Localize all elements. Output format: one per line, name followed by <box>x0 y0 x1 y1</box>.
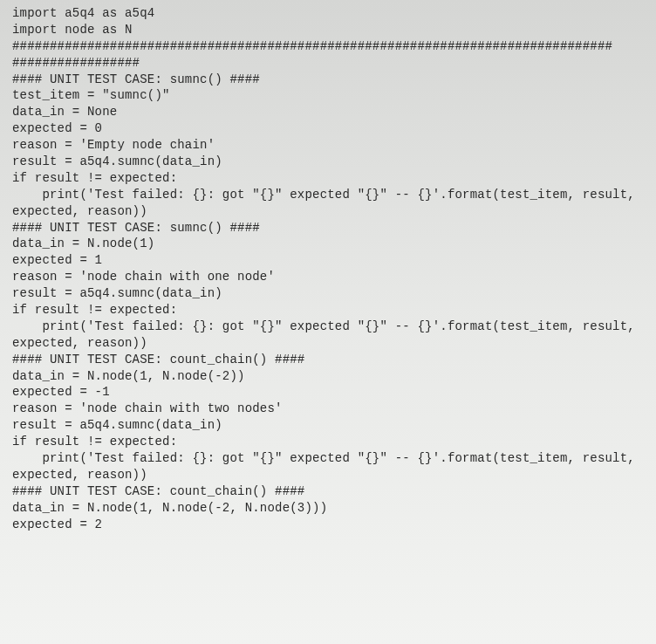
code-line: if result != expected: <box>12 302 644 319</box>
code-line: data_in = None <box>12 104 644 120</box>
code-line: print('Test failed: {}: got "{}" expecte… <box>12 319 644 335</box>
code-line: #### UNIT TEST CASE: sumnc() #### <box>12 220 644 236</box>
code-line: if result != expected: <box>12 170 644 187</box>
code-line: ################# <box>12 55 644 72</box>
code-line: reason = 'Empty node chain' <box>12 137 644 154</box>
code-document: import a5q4 as a5q4 import node as N ###… <box>12 5 644 533</box>
code-line: expected = 0 <box>12 120 644 137</box>
code-line: expected = -1 <box>12 384 644 401</box>
code-line: reason = 'node chain with one node' <box>12 269 644 285</box>
code-line: data_in = N.node(1) <box>12 236 644 252</box>
code-line: expected, reason)) <box>12 335 644 352</box>
code-line: data_in = N.node(1, N.node(-2, N.node(3)… <box>12 500 644 517</box>
code-line: if result != expected: <box>12 434 644 450</box>
code-line: result = a5q4.sumnc(data_in) <box>12 285 644 302</box>
code-line: ########################################… <box>12 38 644 55</box>
code-line: expected, reason)) <box>12 203 644 220</box>
code-line: expected = 1 <box>12 252 644 269</box>
code-line: result = a5q4.sumnc(data_in) <box>12 154 644 170</box>
code-line: data_in = N.node(1, N.node(-2)) <box>12 368 644 385</box>
code-line: import node as N <box>12 22 644 38</box>
code-line: #### UNIT TEST CASE: count_chain() #### <box>12 483 644 500</box>
code-line: result = a5q4.sumnc(data_in) <box>12 417 644 434</box>
code-line: print('Test failed: {}: got "{}" expecte… <box>12 450 644 467</box>
code-line: #### UNIT TEST CASE: count_chain() #### <box>12 352 644 368</box>
code-line: print('Test failed: {}: got "{}" expecte… <box>12 187 644 203</box>
code-line: import a5q4 as a5q4 <box>12 5 644 22</box>
code-line: expected = 2 <box>12 517 644 533</box>
code-line: reason = 'node chain with two nodes' <box>12 401 644 417</box>
code-line: test_item = "sumnc()" <box>12 87 644 104</box>
code-line: expected, reason)) <box>12 467 644 483</box>
code-line: #### UNIT TEST CASE: sumnc() #### <box>12 72 644 88</box>
